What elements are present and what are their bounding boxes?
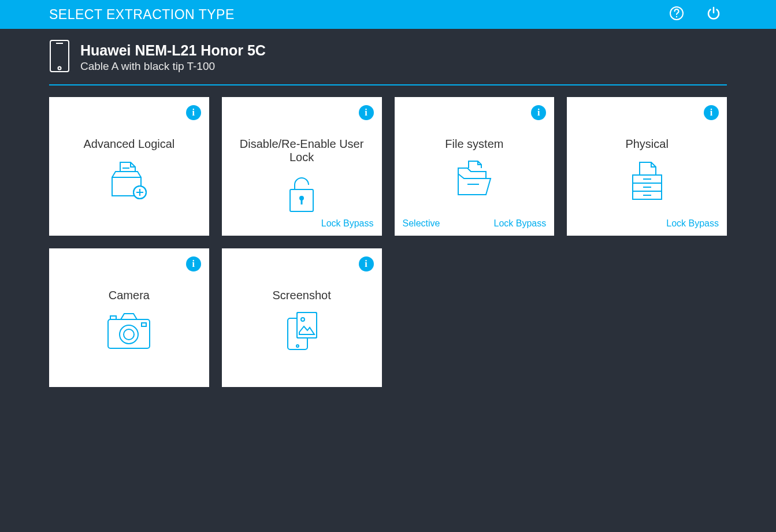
card-tag-right: Lock Bypass: [575, 218, 719, 229]
info-icon[interactable]: i: [359, 105, 374, 120]
divider: [49, 84, 727, 85]
file-drawers-icon: [577, 159, 716, 200]
info-icon[interactable]: i: [186, 105, 201, 120]
folder-document-plus-icon: [60, 159, 199, 200]
card-footer: Lock Bypass: [575, 218, 719, 229]
device-connection: Cable A with black tip T-100: [80, 60, 266, 73]
card-title: Physical: [577, 137, 716, 151]
card-camera[interactable]: i Camera: [49, 248, 209, 387]
card-title: Camera: [60, 289, 199, 302]
info-icon[interactable]: i: [359, 256, 374, 271]
card-physical[interactable]: i Physical Lock Bypass: [567, 97, 727, 236]
unlock-icon: [232, 172, 372, 214]
card-user-lock[interactable]: i Disable/Re-Enable User Lock Lock Bypas…: [222, 97, 382, 236]
card-footer: Lock Bypass: [230, 218, 374, 229]
camera-icon: [60, 310, 199, 352]
card-tag-right: Lock Bypass: [230, 218, 374, 229]
svg-point-1: [676, 16, 677, 17]
svg-point-26: [296, 345, 299, 347]
svg-point-22: [120, 325, 138, 344]
svg-rect-21: [110, 316, 116, 319]
device-name: Huawei NEM-L21 Honor 5C: [80, 42, 266, 59]
svg-rect-24: [142, 323, 146, 326]
svg-point-23: [124, 329, 134, 340]
info-icon[interactable]: i: [186, 256, 201, 271]
card-title: File system: [405, 137, 544, 151]
screenshot-icon: [232, 310, 372, 352]
card-title: Advanced Logical: [60, 137, 199, 151]
card-tag-right: Lock Bypass: [440, 218, 546, 229]
power-icon[interactable]: [706, 6, 721, 23]
card-footer: Selective Lock Bypass: [403, 218, 547, 229]
info-icon[interactable]: i: [531, 105, 546, 120]
header-actions: [669, 6, 727, 23]
header-bar: SELECT EXTRACTION TYPE: [0, 0, 776, 29]
folder-open-icon: [405, 159, 544, 200]
card-title: Screenshot: [232, 289, 372, 302]
phone-icon: [49, 39, 70, 75]
card-tag-left: Selective: [403, 218, 440, 229]
card-screenshot[interactable]: i Screenshot: [222, 248, 382, 387]
card-title: Disable/Re-Enable User Lock: [232, 137, 372, 164]
page-title: SELECT EXTRACTION TYPE: [49, 7, 235, 23]
extraction-grid: i Advanced Logical: [49, 97, 727, 387]
svg-point-3: [58, 67, 61, 70]
main-content: Huawei NEM-L21 Honor 5C Cable A with bla…: [0, 29, 776, 397]
device-text: Huawei NEM-L21 Honor 5C Cable A with bla…: [80, 42, 266, 73]
card-file-system[interactable]: i File system Selective Lock Bypass: [395, 97, 555, 236]
device-info: Huawei NEM-L21 Honor 5C Cable A with bla…: [49, 39, 727, 75]
help-icon[interactable]: [669, 6, 684, 23]
svg-point-11: [300, 196, 303, 200]
card-advanced-logical[interactable]: i Advanced Logical: [49, 97, 209, 236]
info-icon[interactable]: i: [704, 105, 719, 120]
